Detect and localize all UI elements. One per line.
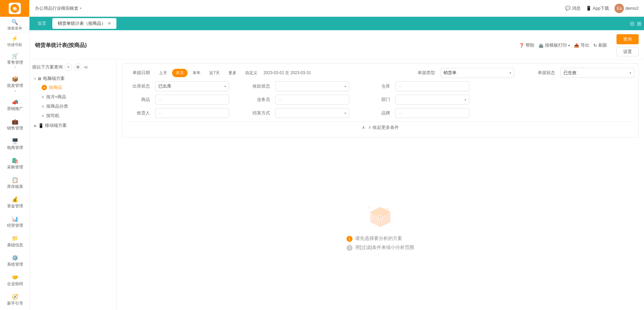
tree-child-by-month-goods[interactable]: ≡ 按月+商品	[39, 92, 114, 102]
add-scheme-btn[interactable]: +	[65, 63, 72, 71]
sidebar-item-finance[interactable]: 💰 资金管理	[0, 193, 29, 212]
date-pill-custom[interactable]: 自定义	[241, 69, 261, 77]
order-type-select[interactable]: 销货单 ▾	[440, 68, 514, 78]
sidebar-item-basics[interactable]: 📁 基础信息	[0, 232, 29, 251]
help-btn[interactable]: ❓ 帮助	[519, 42, 534, 48]
left-panel-header: 按以下方案查询 + ⚙ ≪	[32, 63, 114, 71]
salesman-select[interactable]: ···	[275, 95, 349, 105]
sidebar-item-retail[interactable]: 🛒 零售管理 ▾	[0, 49, 29, 72]
tip-text-1: 请先选择要分析的方案	[355, 236, 402, 242]
tab-home-label: 首页	[38, 20, 46, 27]
tree-node-mobile: ▶ 📱 移动端方案	[32, 121, 114, 130]
content-area: 销货单统计表(按商品) ❓ 帮助 🖨️ 按模板打印 ▾ 📤 导出 ↻ 刷新	[30, 30, 644, 310]
empty-illustration: ✦ ✦ ✦	[364, 197, 397, 231]
empty-tips: 1 请先选择要分析的方案 2 用[过滤]条件来缩小分析范围	[346, 236, 414, 251]
goods-select[interactable]: ···	[155, 95, 229, 105]
tree-pc-children: ● 按商品 ≡ 按月+商品 ≡ 按商品分类 ≡	[32, 83, 114, 120]
svg-text:✦: ✦	[368, 206, 370, 209]
quick-nav-item[interactable]: ⚡ 快捷导航	[0, 33, 29, 49]
tree-child-by-driver[interactable]: ≡ 按司机	[39, 111, 114, 120]
svg-point-7	[381, 216, 382, 218]
user-profile[interactable]: Ea demo2	[614, 4, 639, 13]
filter-area: 单据日期 上月 本月 本年 近7天 更多 自定义 2023-03-01 至 20…	[122, 63, 639, 138]
sidebar-item-ecommerce[interactable]: 🖥️ 电商管理	[0, 135, 29, 154]
help-icon: ❓	[519, 43, 524, 48]
sidebar-item-system[interactable]: ⚙️ 系统管理	[0, 251, 29, 271]
brand-select[interactable]: ···	[395, 108, 469, 118]
tab-sales-report[interactable]: 销货单统计表（按商品） ✕	[52, 18, 116, 29]
settings-button[interactable]: 设置	[616, 47, 639, 56]
tab-maximize-btn[interactable]: ⊞	[637, 20, 641, 27]
tab-home[interactable]: 首页	[32, 18, 52, 29]
goods-label: 商品	[126, 97, 150, 103]
search-menu-item[interactable]: 🔍 按以下方案查询 搜索菜单	[0, 17, 29, 33]
body-layout: 按以下方案查询 + ⚙ ≪ ▾ 🖥 电脑端方案	[30, 59, 644, 310]
message-btn[interactable]: 💬 消息	[565, 5, 581, 11]
goods-placeholder: ···	[158, 97, 162, 102]
export-btn[interactable]: 📤 导出	[574, 42, 589, 48]
order-status-arrow: ▾	[630, 71, 631, 75]
out-status-label: 出库状态	[126, 83, 150, 89]
payment-select[interactable]: ▾	[275, 108, 349, 118]
tree-node-mobile-header[interactable]: ▶ 📱 移动端方案	[32, 121, 114, 130]
left-panel: 按以下方案查询 + ⚙ ≪ ▾ 🖥 电脑端方案	[30, 59, 117, 310]
collapse-label: ∧ 收起更多条件	[368, 125, 399, 130]
refresh-btn[interactable]: ↻ 刷新	[593, 42, 607, 48]
collapse-conditions-btn[interactable]: ∧ ∧ 收起更多条件	[126, 121, 634, 133]
refresh-label: 刷新	[598, 42, 607, 48]
sidebar-item-marketing[interactable]: 📣 营销推广	[0, 96, 29, 115]
date-pill-this-year[interactable]: 本年	[189, 69, 204, 77]
tab-minimize-btn[interactable]: ⊟	[630, 20, 634, 27]
consignee-label: 收货人	[126, 110, 150, 116]
template-print-arrow: ▾	[568, 44, 570, 47]
company-selector[interactable]: 办公用品行业模拟账套 ▾	[35, 5, 82, 11]
tree-mobile-label: 移动端方案	[45, 122, 67, 128]
enterprise-icon: 🤝	[12, 274, 18, 280]
filter-row-4: 收货人 ··· 结算方式 ▾ 品牌 ···	[126, 108, 634, 118]
out-status-select[interactable]: 已出库 ▾	[155, 81, 229, 91]
by-goods-icon: ●	[42, 85, 47, 90]
app-download-btn[interactable]: 📱 App下载	[586, 5, 609, 11]
collapse-panel-btn[interactable]: ≪	[84, 64, 89, 70]
sidebar-logo: 畅	[0, 0, 29, 17]
date-pill-this-month[interactable]: 本月	[172, 69, 187, 77]
warehouse-select[interactable]: ···	[395, 81, 469, 91]
date-pill-last-month[interactable]: 上月	[155, 69, 171, 77]
collapse-icon: ∧	[362, 125, 365, 130]
by-driver-icon: ≡	[42, 113, 44, 118]
dept-label: 部门	[367, 97, 390, 103]
filter-row-2: 出库状态 已出库 ▾ 收款状态 ▾ 仓库	[126, 81, 634, 91]
receipt-status-arrow: ▾	[344, 85, 346, 88]
sidebar-item-enterprise[interactable]: 🤝 企业协同	[0, 271, 29, 290]
order-type-label: 单据类型	[412, 70, 435, 76]
date-pill-more[interactable]: 更多	[225, 69, 240, 77]
purchase-icon: 🛍️	[12, 157, 18, 164]
by-goods-label: 按商品	[49, 85, 62, 91]
sidebar-item-sales[interactable]: 💼 销售管理	[0, 115, 29, 135]
sidebar-item-inventory[interactable]: 📋 库存核算	[0, 173, 29, 193]
tree-child-by-category[interactable]: ≡ 按商品分类	[39, 102, 114, 111]
svg-text:✦: ✦	[390, 205, 391, 207]
sidebar-item-operations[interactable]: 📊 经营管理	[0, 212, 29, 232]
sidebar-item-newbie[interactable]: 🧭 新手引导	[0, 290, 29, 310]
tab-close-btn[interactable]: ✕	[108, 21, 111, 26]
empty-state: ✦ ✦ ✦ 1 请先选择要分析的方案 2 用[过滤]条件来缩小分析范围	[122, 142, 639, 306]
by-month-goods-icon: ≡	[42, 95, 44, 100]
retail-icon: 🛒	[12, 53, 18, 59]
order-status-select[interactable]: 已生效 ▾	[560, 68, 634, 78]
date-pill-7days[interactable]: 近7天	[206, 69, 223, 77]
order-type-arrow: ▾	[509, 71, 511, 75]
dropdown-icon: ▾	[80, 6, 82, 10]
filter-row-3: 商品 ··· 业务员 ··· 部门 ▾	[126, 95, 634, 105]
dept-select[interactable]: ▾	[395, 95, 469, 105]
consignee-select[interactable]: ···	[155, 108, 229, 118]
sidebar-item-wholesale[interactable]: 📦 批发管理 ▴	[0, 72, 29, 96]
page-title: 销货单统计表(按商品)	[35, 42, 87, 49]
tree-child-by-goods[interactable]: ● 按商品	[39, 83, 114, 92]
settings-scheme-btn[interactable]: ⚙	[74, 63, 82, 71]
query-button[interactable]: 查询	[616, 34, 639, 44]
sidebar-item-purchase[interactable]: 🛍️ 采购管理	[0, 154, 29, 173]
template-print-btn[interactable]: 🖨️ 按模板打印 ▾	[538, 42, 570, 48]
receipt-status-select[interactable]: ▾	[275, 81, 349, 91]
tree-node-pc-header[interactable]: ▾ 🖥 电脑端方案	[32, 74, 114, 83]
